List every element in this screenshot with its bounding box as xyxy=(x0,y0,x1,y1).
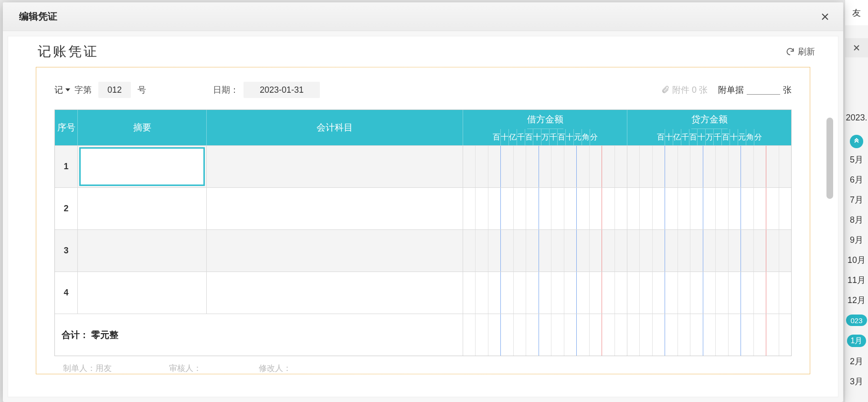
amount-digit-cell[interactable] xyxy=(488,272,501,314)
amount-digit-cell[interactable] xyxy=(551,314,564,356)
close-button[interactable] xyxy=(818,10,832,23)
tab-close-button[interactable] xyxy=(845,38,868,57)
amount-digit-cell[interactable] xyxy=(703,146,716,187)
amount-digit-cell[interactable] xyxy=(551,146,564,187)
voucher-type-dropdown[interactable]: 记 xyxy=(54,84,71,96)
amount-digit-cell[interactable] xyxy=(678,146,690,187)
amount-digit-cell[interactable] xyxy=(653,230,665,272)
amount-digit-cell[interactable] xyxy=(501,188,513,229)
amount-digit-cell[interactable] xyxy=(766,188,779,229)
amount-digit-cell[interactable] xyxy=(741,146,753,187)
summary-cell[interactable] xyxy=(78,230,207,272)
month-item[interactable]: 6月 xyxy=(850,174,863,185)
amount-digit-cell[interactable] xyxy=(615,230,627,272)
amount-digit-cell[interactable] xyxy=(754,230,766,272)
amount-digit-cell[interactable] xyxy=(640,230,652,272)
amount-digit-cell[interactable] xyxy=(514,230,526,272)
month-item[interactable]: 8月 xyxy=(850,214,863,226)
month-item[interactable]: 5月 xyxy=(850,154,863,165)
amount-digit-cell[interactable] xyxy=(779,272,791,314)
amount-digit-cell[interactable] xyxy=(716,146,728,187)
amount-digit-cell[interactable] xyxy=(488,188,501,229)
amount-digit-cell[interactable] xyxy=(590,314,602,356)
amount-digit-cell[interactable] xyxy=(488,314,501,356)
amount-digit-cell[interactable] xyxy=(501,272,513,314)
amount-digit-cell[interactable] xyxy=(526,314,539,356)
amount-digit-cell[interactable] xyxy=(564,146,577,187)
amount-digit-cell[interactable] xyxy=(602,272,614,314)
amount-digit-cell[interactable] xyxy=(463,146,476,187)
amount-digit-cell[interactable] xyxy=(602,230,614,272)
scrollbar[interactable] xyxy=(826,118,833,290)
amount-digit-cell[interactable] xyxy=(551,230,564,272)
amount-digit-cell[interactable] xyxy=(729,272,741,314)
amount-digit-cell[interactable] xyxy=(526,272,539,314)
amount-digit-cell[interactable] xyxy=(741,314,753,356)
amount-digit-cell[interactable] xyxy=(564,272,577,314)
amount-digit-cell[interactable] xyxy=(766,314,779,356)
amount-digit-cell[interactable] xyxy=(577,272,589,314)
amount-digit-cell[interactable] xyxy=(615,314,627,356)
amount-digit-cell[interactable] xyxy=(526,146,539,187)
amount-digit-cell[interactable] xyxy=(564,314,577,356)
amount-digit-cell[interactable] xyxy=(615,188,627,229)
amount-digit-cell[interactable] xyxy=(615,146,627,187)
amount-digit-cell[interactable] xyxy=(627,188,640,229)
amount-digit-cell[interactable] xyxy=(779,314,791,356)
amount-digit-cell[interactable] xyxy=(488,230,501,272)
amount-digit-cell[interactable] xyxy=(779,188,791,229)
amount-digit-cell[interactable] xyxy=(754,188,766,229)
amount-digit-cell[interactable] xyxy=(463,272,476,314)
summary-cell[interactable] xyxy=(78,188,207,229)
amount-digit-cell[interactable] xyxy=(526,188,539,229)
amount-digit-cell[interactable] xyxy=(665,314,677,356)
amount-digit-cell[interactable] xyxy=(476,188,488,229)
amount-digit-cell[interactable] xyxy=(488,146,501,187)
amount-digit-cell[interactable] xyxy=(678,230,690,272)
subject-cell[interactable] xyxy=(207,146,463,187)
amount-digit-cell[interactable] xyxy=(703,272,716,314)
amount-digit-cell[interactable] xyxy=(690,188,703,229)
amount-digit-cell[interactable] xyxy=(590,272,602,314)
amount-digit-cell[interactable] xyxy=(501,146,513,187)
amount-digit-cell[interactable] xyxy=(476,314,488,356)
amount-digit-cell[interactable] xyxy=(653,146,665,187)
amount-digit-cell[interactable] xyxy=(463,188,476,229)
amount-digit-cell[interactable] xyxy=(627,146,640,187)
subject-cell[interactable] xyxy=(207,272,463,314)
amount-digit-cell[interactable] xyxy=(539,314,551,356)
amount-digit-cell[interactable] xyxy=(590,146,602,187)
summary-input[interactable] xyxy=(79,147,205,186)
amount-digit-cell[interactable] xyxy=(564,188,577,229)
month-item[interactable]: 12月 xyxy=(847,294,866,306)
refresh-button[interactable]: 刷新 xyxy=(785,46,815,57)
amount-digit-cell[interactable] xyxy=(476,272,488,314)
amount-digit-cell[interactable] xyxy=(577,230,589,272)
summary-cell[interactable] xyxy=(78,146,207,187)
amount-digit-cell[interactable] xyxy=(716,272,728,314)
month-item[interactable]: 2月 xyxy=(850,356,863,367)
amount-digit-cell[interactable] xyxy=(551,188,564,229)
amount-digit-cell[interactable] xyxy=(539,146,551,187)
amount-digit-cell[interactable] xyxy=(716,314,728,356)
amount-digit-cell[interactable] xyxy=(501,314,513,356)
amount-digit-cell[interactable] xyxy=(754,272,766,314)
amount-digit-cell[interactable] xyxy=(551,272,564,314)
amount-digit-cell[interactable] xyxy=(514,188,526,229)
amount-digit-cell[interactable] xyxy=(754,314,766,356)
amount-digit-cell[interactable] xyxy=(463,314,476,356)
amount-digit-cell[interactable] xyxy=(729,188,741,229)
amount-digit-cell[interactable] xyxy=(766,230,779,272)
month-item[interactable]: 10月 xyxy=(847,254,866,266)
amount-digit-cell[interactable] xyxy=(703,188,716,229)
amount-digit-cell[interactable] xyxy=(665,230,677,272)
amount-digit-cell[interactable] xyxy=(463,230,476,272)
amount-digit-cell[interactable] xyxy=(615,272,627,314)
amount-digit-cell[interactable] xyxy=(703,230,716,272)
amount-digit-cell[interactable] xyxy=(729,230,741,272)
amount-digit-cell[interactable] xyxy=(476,230,488,272)
amount-digit-cell[interactable] xyxy=(602,146,614,187)
amount-digit-cell[interactable] xyxy=(514,314,526,356)
summary-cell[interactable] xyxy=(78,272,207,314)
amount-digit-cell[interactable] xyxy=(590,188,602,229)
